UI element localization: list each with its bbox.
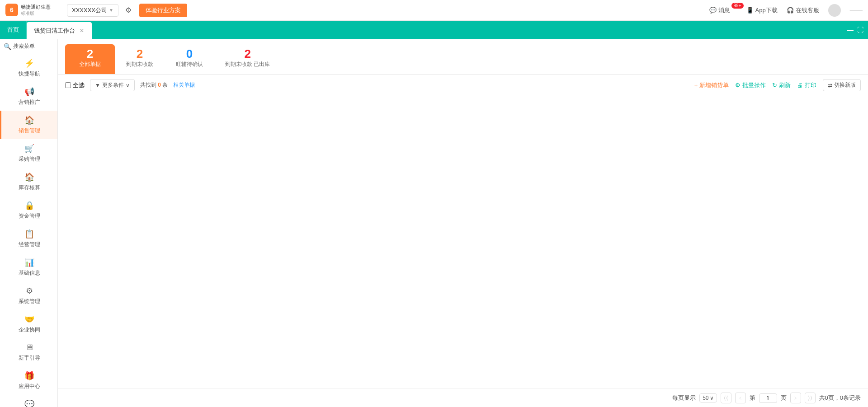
- page-size-value: 50: [703, 395, 708, 401]
- download-icon: 📱: [746, 7, 754, 14]
- sidebar-item-base-info[interactable]: 📊 基础信息: [0, 253, 57, 281]
- batch-operation-button[interactable]: ⚙ 批量操作: [735, 81, 766, 89]
- sidebar-item-marketing[interactable]: 📢 营销推广: [0, 82, 57, 111]
- select-all-input[interactable]: [65, 82, 71, 88]
- switch-icon: ⇄: [828, 82, 832, 89]
- page-size-chevron-icon: ∨: [710, 395, 714, 401]
- sidebar-item-operations-label: 经营管理: [19, 241, 40, 248]
- stat-tab-all[interactable]: 2 全部单据: [65, 44, 115, 74]
- close-icon[interactable]: ✕: [80, 28, 84, 34]
- refresh-label: 刷新: [779, 81, 791, 89]
- settings-button[interactable]: ⚙: [122, 4, 135, 17]
- online-service-button[interactable]: 🎧 在线客服: [787, 6, 819, 14]
- page-size-select[interactable]: 50 ∨: [699, 393, 717, 402]
- stat-tab-wangfu[interactable]: 0 旺辅待确认: [165, 44, 214, 74]
- company-selector[interactable]: XXXXXX公司 ▼: [67, 4, 118, 17]
- top-header: 6 畅捷通好生意 标准版 XXXXXX公司 ▼ ⚙ 体验行业方案 💬 消息 99…: [0, 0, 868, 21]
- sidebar-item-purchase[interactable]: 🛒 采购管理: [0, 139, 57, 168]
- sidebar-item-app-center[interactable]: 🎁 应用中心: [0, 366, 57, 395]
- user-name: ──: [850, 5, 863, 15]
- refresh-icon: ↻: [772, 82, 777, 89]
- stat-wangfu-num: 0: [186, 48, 193, 60]
- stat-overdue-num: 2: [137, 48, 143, 60]
- sidebar-item-finance[interactable]: 🔒 资金管理: [0, 196, 57, 225]
- page-number-input[interactable]: [759, 393, 777, 403]
- tab-qianhuoriqing[interactable]: 钱货日清工作台 ✕: [27, 22, 92, 39]
- stat-tab-overdue[interactable]: 2 到期未收款: [115, 44, 165, 74]
- avatar[interactable]: [828, 4, 841, 17]
- found-count: 0: [158, 82, 161, 88]
- sidebar-item-sales-label: 销售管理: [19, 127, 40, 135]
- operations-icon: 📋: [24, 229, 34, 239]
- table-area: [58, 96, 868, 388]
- tab-home-label: 首页: [7, 26, 19, 34]
- sidebar-item-operations[interactable]: 📋 经营管理: [0, 225, 57, 253]
- batch-icon: ⚙: [735, 82, 741, 89]
- service-icon: 🎧: [787, 7, 794, 14]
- print-button[interactable]: 🖨 打印: [797, 81, 816, 89]
- sidebar-item-sales[interactable]: 🏠 销售管理: [0, 111, 57, 139]
- switch-label: 切换新版: [834, 81, 856, 89]
- sidebar-item-inventory[interactable]: 🏠 库存核算: [0, 168, 57, 196]
- trial-button[interactable]: 体验行业方案: [139, 4, 187, 17]
- sidebar-item-guide[interactable]: 🖥 新手引导: [0, 338, 57, 366]
- stat-shipped-label: 到期未收款 已出库: [225, 61, 270, 68]
- shortcut-icon: ⚡: [24, 58, 34, 68]
- found-prefix: 共找到: [140, 82, 156, 88]
- stats-tabs: 2 全部单据 2 到期未收款 0 旺辅待确认 2 到期未收款 已出库: [58, 39, 868, 75]
- chevron-down-icon: ▼: [109, 8, 113, 13]
- toolbar-right: + 新增销货单 ⚙ 批量操作 ↻ 刷新 🖨 打印 ⇄ 切换新版: [694, 79, 861, 91]
- tab-qianhuoriqing-label: 钱货日清工作台: [34, 27, 75, 35]
- filter-chevron-icon: ∨: [126, 82, 130, 89]
- print-icon: 🖨: [797, 82, 803, 89]
- stat-wangfu-label: 旺辅待确认: [176, 61, 203, 68]
- found-text: 共找到 0 条: [140, 81, 168, 89]
- page-size-label: 每页显示: [672, 394, 696, 402]
- company-name: XXXXXX公司: [72, 6, 107, 14]
- sidebar-item-shortcut-label: 快捷导航: [19, 70, 40, 78]
- tab-home[interactable]: 首页: [0, 21, 27, 39]
- message-badge: 99+: [731, 3, 744, 9]
- message-button[interactable]: 💬 消息 99+: [709, 6, 737, 14]
- app-download-button[interactable]: 📱 App下载: [746, 6, 778, 14]
- next-page-button[interactable]: ﹥: [790, 393, 801, 403]
- switch-version-button[interactable]: ⇄ 切换新版: [823, 79, 861, 91]
- sidebar-item-system-label: 系统管理: [19, 298, 40, 305]
- stat-tab-shipped[interactable]: 2 到期未收款 已出库: [214, 44, 281, 74]
- related-link[interactable]: 相关单据: [173, 81, 195, 89]
- search-menu-button[interactable]: 🔍 搜索菜单: [0, 39, 57, 54]
- maximize-icon[interactable]: ⛶: [857, 26, 863, 33]
- sidebar-item-shortcut[interactable]: ⚡ 快捷导航: [0, 54, 57, 82]
- message-label: 消息: [718, 6, 730, 14]
- sidebar-item-purchase-label: 采购管理: [19, 155, 40, 163]
- base-info-icon: 📊: [24, 257, 34, 267]
- last-page-button[interactable]: ⟩⟩: [805, 393, 816, 403]
- app-download-label: App下载: [755, 6, 778, 14]
- sidebar-item-finance-label: 资金管理: [19, 212, 40, 220]
- batch-label: 批量操作: [742, 81, 766, 89]
- page-label: 第: [750, 394, 755, 402]
- page-unit: 页: [781, 394, 787, 402]
- logo-text-area: 畅捷通好生意 标准版: [21, 4, 51, 16]
- refresh-button[interactable]: ↻ 刷新: [772, 81, 791, 89]
- sidebar: 🔍 搜索菜单 ⚡ 快捷导航 📢 营销推广 🏠 销售管理 🛒 采购管理 🏠 库存核…: [0, 39, 58, 407]
- sidebar-item-base-info-label: 基础信息: [19, 269, 40, 277]
- app-badge: 标准版: [21, 10, 51, 17]
- sidebar-item-wechat[interactable]: 💬 企业微信: [0, 395, 57, 407]
- stat-shipped-num: 2: [244, 48, 250, 60]
- select-all-checkbox[interactable]: 全选: [65, 81, 85, 89]
- minimize-icon[interactable]: —: [847, 26, 854, 33]
- search-icon: 🔍: [4, 43, 11, 50]
- sidebar-item-enterprise-collab[interactable]: 🤝 企业协同: [0, 310, 57, 338]
- enterprise-collab-icon: 🤝: [24, 314, 34, 324]
- add-sale-button[interactable]: + 新增销货单: [694, 81, 729, 89]
- tab-bar: 首页 钱货日清工作台 ✕ — ⛶: [0, 21, 868, 39]
- user-name-area[interactable]: ──: [850, 5, 863, 15]
- sidebar-item-enterprise-collab-label: 企业协同: [19, 326, 40, 334]
- first-page-button[interactable]: ⟨⟨: [721, 393, 731, 403]
- filter-button[interactable]: ▼ 更多条件 ∨: [90, 79, 135, 91]
- stat-all-num: 2: [87, 48, 93, 60]
- filter-icon: ▼: [95, 82, 100, 89]
- sidebar-item-system[interactable]: ⚙ 系统管理: [0, 281, 57, 310]
- prev-page-button[interactable]: ﹤: [735, 393, 746, 403]
